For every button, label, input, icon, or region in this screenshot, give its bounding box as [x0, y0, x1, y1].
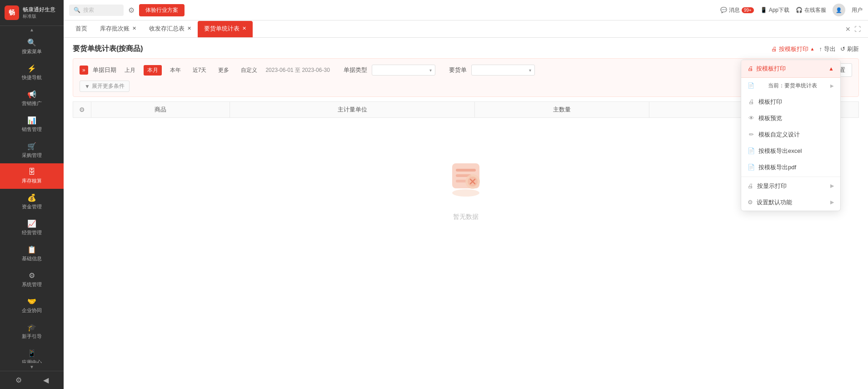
print-template-btn[interactable]: 🖨 按模板打印 ▲ — [771, 45, 815, 53]
sidebar-item-basic[interactable]: 📋 基础信息 — [0, 241, 64, 267]
sidebar-item-system[interactable]: ⚙ 系统管理 — [0, 267, 64, 293]
online-service-btn[interactable]: 🎧 在线客服 — [796, 6, 826, 14]
current-template-label: 📄 当前：要货单统计表 ▶ — [741, 78, 840, 94]
filter-area: » 单据日期 上月 本月 本年 近7天 更多 自定义 2023-06-01 至 … — [80, 63, 852, 77]
tab-receipts-summary[interactable]: 收发存汇总表 ✕ — [143, 21, 198, 37]
maximize-window-btn[interactable]: ⛶ — [853, 25, 863, 34]
doc-type-select[interactable] — [372, 65, 435, 76]
expand-conditions-btn[interactable]: ▼ 展开更多条件 — [80, 81, 130, 92]
sidebar-scroll-up[interactable]: ▲ — [0, 26, 64, 34]
topbar-search[interactable]: 🔍 搜索 — [69, 5, 124, 16]
tab-inventory-batch[interactable]: 库存批次账 ✕ — [94, 21, 143, 37]
refresh-label: 刷新 — [847, 45, 859, 53]
sidebar-item-sales[interactable]: 📊 销售管理 — [0, 111, 64, 137]
date-btn-more[interactable]: 更多 — [215, 65, 233, 76]
date-btn-7days[interactable]: 近7天 — [189, 65, 210, 76]
date-btn-last-month[interactable]: 上月 — [121, 65, 139, 76]
messages-label: 消息 — [729, 6, 740, 14]
sidebar-item-label: 销售管理 — [22, 126, 42, 133]
table-settings-icon[interactable]: ⚙ — [79, 106, 85, 113]
sidebar-settings-icon[interactable]: ⚙ — [15, 376, 22, 384]
basic-icon: 📋 — [27, 245, 36, 254]
sales-icon: 📊 — [27, 116, 36, 125]
page-header: 要货单统计表(按商品) 🖨 按模板打印 ▲ ↑ 导出 ↺ 刷新 — [64, 38, 868, 58]
dropdown-header[interactable]: 🖨 按模板打印 ▲ — [741, 60, 840, 78]
empty-illustration — [443, 154, 489, 208]
sidebar-scroll-down[interactable]: ▼ — [0, 363, 64, 371]
sidebar-item-guide[interactable]: 🎓 新手引导 — [0, 318, 64, 344]
sidebar-item-purchase[interactable]: 🛒 采购管理 — [0, 137, 64, 163]
tab-receipts-summary-label: 收发存汇总表 — [149, 25, 185, 33]
messages-badge: 99+ — [742, 7, 754, 13]
svg-point-0 — [452, 189, 479, 197]
sidebar-item-label: 系统管理 — [22, 281, 42, 288]
tab-requisition-stats[interactable]: 要货单统计表 ✕ — [198, 21, 253, 37]
dropdown-item-template-preview[interactable]: 👁 模板预览 — [741, 110, 840, 126]
messages-btn[interactable]: 💬 消息 99+ — [720, 6, 754, 14]
sidebar-bottom: ⚙ ◀ — [0, 371, 64, 389]
display-print-icon: 🖨 — [748, 182, 753, 189]
sidebar-item-inventory[interactable]: 🗄 库存核算 — [0, 163, 64, 189]
close-window-btn[interactable]: ✕ — [843, 25, 853, 34]
table-settings-header: ⚙ — [73, 102, 91, 118]
dropdown-item-default-func[interactable]: ⚙ 设置默认功能 ▶ — [741, 194, 840, 211]
tab-inventory-batch-close[interactable]: ✕ — [132, 25, 136, 31]
dropdown-item-template-excel[interactable]: 📄 按模板导出excel — [741, 143, 840, 159]
sidebar-item-search[interactable]: 🔍 搜索菜单 — [0, 34, 64, 60]
sidebar-item-collab[interactable]: 🤝 企业协同 — [0, 293, 64, 318]
dropdown-item-template-custom[interactable]: ✏ 模板自定义设计 — [741, 126, 840, 143]
dropdown-item-template-print[interactable]: 🖨 模板打印 — [741, 94, 840, 110]
guide-icon: 🎓 — [27, 323, 36, 332]
template-print-label: 模板打印 — [758, 98, 782, 106]
logo-icon: 畅 — [5, 5, 19, 20]
date-btn-this-month[interactable]: 本月 — [144, 65, 162, 76]
printer-icon: 🖨 — [771, 45, 777, 52]
tab-receipts-summary-close[interactable]: ✕ — [187, 25, 191, 31]
sidebar-nav: 🔍 搜索菜单 ⚡ 快捷导航 📢 营销推广 📊 销售管理 🛒 采购管理 🗄 库存核… — [0, 34, 64, 363]
user-avatar[interactable]: 👤 — [833, 4, 845, 16]
app-download-btn[interactable]: 📱 App下载 — [760, 6, 789, 14]
col-header-qty: 主数量 — [475, 102, 649, 118]
dropdown-chevron-up[interactable]: ▲ — [828, 66, 834, 72]
inventory-icon: 🗄 — [28, 168, 35, 176]
tab-home[interactable]: 首页 — [69, 21, 94, 37]
topbar-settings-icon[interactable]: ⚙ — [128, 6, 135, 15]
yaohuo-type-select[interactable] — [471, 65, 535, 76]
dropdown-print-icon: 🖨 — [748, 65, 753, 72]
appstore-icon: 📱 — [27, 349, 36, 358]
date-btn-this-year[interactable]: 本年 — [166, 65, 185, 76]
sidebar-item-finance[interactable]: 💰 资金管理 — [0, 189, 64, 215]
expand-icon: ▼ — [85, 83, 90, 90]
sidebar-item-appstore[interactable]: 📱 应用中心 — [0, 344, 64, 363]
refresh-btn[interactable]: ↺ 刷新 — [840, 45, 859, 53]
doc-type-label: 单据类型 — [344, 66, 367, 74]
yaohuo-type-select-wrap — [471, 65, 535, 76]
service-icon: 🎧 — [796, 7, 803, 13]
date-filter-label: 单据日期 — [93, 66, 116, 74]
tab-requisition-stats-close[interactable]: ✕ — [242, 25, 246, 31]
dropdown-item-display-print[interactable]: 🖨 按显示打印 ▶ — [741, 178, 840, 194]
sidebar-collapse-icon[interactable]: ◀ — [43, 376, 49, 384]
tab-inventory-batch-label: 库存批次账 — [100, 25, 130, 33]
sidebar-item-quicknav[interactable]: ⚡ 快捷导航 — [0, 60, 64, 86]
yaohuo-type-label: 要货单 — [449, 66, 467, 74]
date-btn-custom[interactable]: 自定义 — [237, 65, 261, 76]
sidebar-item-marketing[interactable]: 📢 营销推广 — [0, 86, 64, 111]
sidebar-item-operation[interactable]: 📈 经营管理 — [0, 215, 64, 241]
template-pdf-icon: 📄 — [748, 164, 755, 171]
filter-expand-icon[interactable]: » — [80, 66, 88, 75]
operation-icon: 📈 — [27, 219, 36, 228]
template-preview-icon: 👁 — [748, 115, 755, 121]
dropdown-item-template-pdf[interactable]: 📄 按模板导出pdf — [741, 159, 840, 176]
page-area: 要货单统计表(按商品) 🖨 按模板打印 ▲ ↑ 导出 ↺ 刷新 — [64, 38, 868, 389]
print-dropdown-menu: 🖨 按模板打印 ▲ 📄 当前：要货单统计表 ▶ 🖨 模板打印 — [741, 60, 841, 211]
date-range-display: 2023-06-01 至 2023-06-30 — [265, 66, 329, 74]
trial-btn[interactable]: 体验行业方案 — [139, 4, 185, 16]
template-print-icon: 🖨 — [748, 98, 755, 105]
current-chevron: ▶ — [830, 83, 834, 88]
svg-rect-2 — [456, 169, 476, 172]
sidebar-item-label: 应用中心 — [22, 359, 42, 363]
sidebar-item-label: 新手引导 — [22, 333, 42, 340]
main-content: 🔍 搜索 ⚙ 体验行业方案 💬 消息 99+ 📱 App下载 🎧 在线客服 👤 — [64, 0, 868, 389]
export-btn[interactable]: ↑ 导出 — [819, 45, 836, 53]
